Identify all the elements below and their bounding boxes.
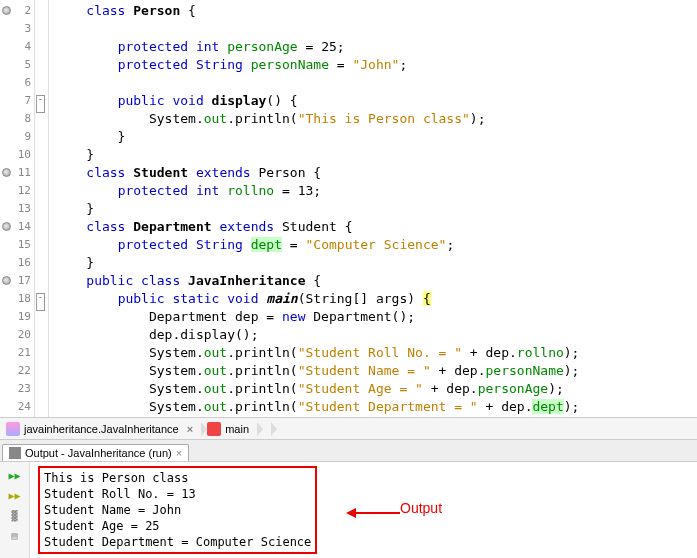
class-icon: [6, 422, 20, 436]
line-number[interactable]: 17: [0, 272, 34, 290]
code-line[interactable]: System.out.println("This is Person class…: [55, 110, 697, 128]
output-tab-title: Output - JavaInheritance (run): [25, 447, 172, 459]
output-tab-icon: [9, 447, 21, 459]
code-line[interactable]: [55, 20, 697, 38]
line-number[interactable]: 8: [0, 110, 34, 128]
output-highlight-box: This is Person classStudent Roll No. = 1…: [38, 466, 317, 554]
line-number[interactable]: 2: [0, 2, 34, 20]
output-tab-bar: Output - JavaInheritance (run) ×: [0, 440, 697, 462]
code-line[interactable]: System.out.println("Student Name = " + d…: [55, 362, 697, 380]
output-annotation-label: Output: [400, 500, 442, 516]
code-line[interactable]: }: [55, 254, 697, 272]
toolbar-button[interactable]: ▤: [3, 526, 27, 544]
code-line[interactable]: public static void main(String[] args) {: [55, 290, 697, 308]
output-arrow: [346, 504, 400, 520]
line-number[interactable]: 16: [0, 254, 34, 272]
line-number[interactable]: 6: [0, 74, 34, 92]
line-number[interactable]: 20: [0, 326, 34, 344]
breadcrumb-empty[interactable]: [257, 419, 271, 439]
line-number[interactable]: 21: [0, 344, 34, 362]
output-panel: ▶▶ ▶▶ ▓ ▤ This is Person classStudent Ro…: [0, 462, 697, 558]
breadcrumb-class[interactable]: javainheritance.JavaInheritance ×: [0, 419, 201, 439]
code-line[interactable]: dep.display();: [55, 326, 697, 344]
line-number[interactable]: 24: [0, 398, 34, 416]
line-number[interactable]: 13: [0, 200, 34, 218]
code-content[interactable]: class Person { protected int personAge =…: [49, 0, 697, 417]
code-line[interactable]: class Person {: [55, 2, 697, 20]
line-number[interactable]: 4: [0, 38, 34, 56]
settings-icon: ▤: [11, 530, 17, 541]
breadcrumb-bar: javainheritance.JavaInheritance × main: [0, 418, 697, 440]
breadcrumb-class-label: javainheritance.JavaInheritance: [24, 423, 179, 435]
play-icon: ▶▶: [8, 490, 20, 501]
output-line: Student Roll No. = 13: [44, 486, 311, 502]
line-number[interactable]: 9: [0, 128, 34, 146]
code-editor[interactable]: 23456789101112131415161718192021222324 -…: [0, 0, 697, 418]
output-content[interactable]: This is Person classStudent Roll No. = 1…: [30, 462, 697, 558]
code-line[interactable]: Department dep = new Department();: [55, 308, 697, 326]
code-line[interactable]: }: [55, 146, 697, 164]
code-line[interactable]: System.out.println("Student Age = " + de…: [55, 380, 697, 398]
breadcrumb-method[interactable]: main: [201, 419, 257, 439]
output-toolbar: ▶▶ ▶▶ ▓ ▤: [0, 462, 30, 558]
code-line[interactable]: }: [55, 200, 697, 218]
fold-column[interactable]: --: [35, 0, 49, 417]
code-line[interactable]: [55, 74, 697, 92]
rerun-alt-button[interactable]: ▶▶: [3, 486, 27, 504]
code-line[interactable]: class Department extends Student {: [55, 218, 697, 236]
code-line[interactable]: System.out.println("Student Roll No. = "…: [55, 344, 697, 362]
code-line[interactable]: protected String dept = "Computer Scienc…: [55, 236, 697, 254]
close-icon[interactable]: ×: [176, 447, 182, 459]
output-tab[interactable]: Output - JavaInheritance (run) ×: [2, 444, 189, 461]
output-line: Student Age = 25: [44, 518, 311, 534]
line-number[interactable]: 12: [0, 182, 34, 200]
line-number[interactable]: 15: [0, 236, 34, 254]
code-line[interactable]: class Student extends Person {: [55, 164, 697, 182]
play-icon: ▶▶: [8, 470, 20, 481]
code-line[interactable]: }: [55, 128, 697, 146]
line-number[interactable]: 11: [0, 164, 34, 182]
line-number[interactable]: 7: [0, 92, 34, 110]
output-line: Student Department = Computer Science: [44, 534, 311, 550]
stop-button[interactable]: ▓: [3, 506, 27, 524]
line-number-gutter[interactable]: 23456789101112131415161718192021222324: [0, 0, 35, 417]
line-number[interactable]: 19: [0, 308, 34, 326]
code-line[interactable]: protected int personAge = 25;: [55, 38, 697, 56]
line-number[interactable]: 3: [0, 20, 34, 38]
code-line[interactable]: System.out.println("Student Department =…: [55, 398, 697, 416]
stop-icon: ▓: [11, 510, 17, 521]
line-number[interactable]: 22: [0, 362, 34, 380]
code-line[interactable]: protected String personName = "John";: [55, 56, 697, 74]
line-number[interactable]: 10: [0, 146, 34, 164]
line-number[interactable]: 14: [0, 218, 34, 236]
line-number[interactable]: 23: [0, 380, 34, 398]
close-icon[interactable]: ×: [187, 423, 193, 435]
code-line[interactable]: protected int rollno = 13;: [55, 182, 697, 200]
output-line: Student Name = John: [44, 502, 311, 518]
output-line: This is Person class: [44, 470, 311, 486]
rerun-button[interactable]: ▶▶: [3, 466, 27, 484]
line-number[interactable]: 5: [0, 56, 34, 74]
code-line[interactable]: public void display() {: [55, 92, 697, 110]
line-number[interactable]: 18: [0, 290, 34, 308]
method-icon: [207, 422, 221, 436]
code-line[interactable]: public class JavaInheritance {: [55, 272, 697, 290]
breadcrumb-method-label: main: [225, 423, 249, 435]
